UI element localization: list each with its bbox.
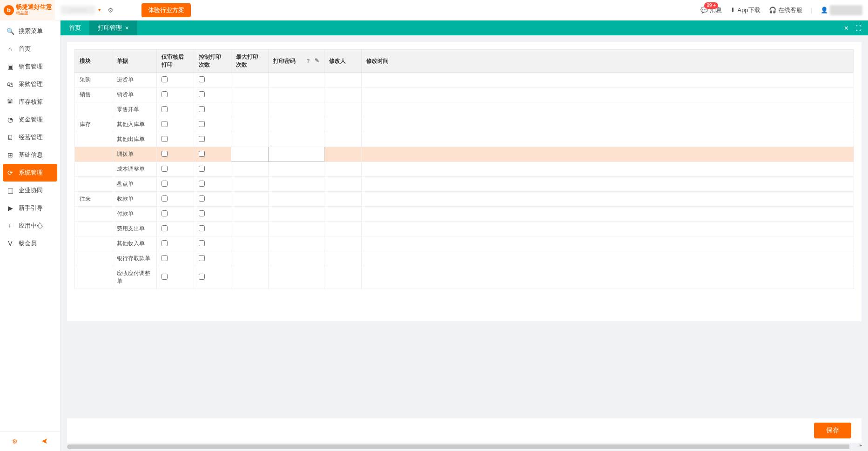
- tab-home[interactable]: 首页: [61, 20, 89, 35]
- save-button[interactable]: 保存: [814, 423, 851, 438]
- basic-info-icon: ⊞: [7, 151, 14, 159]
- audited-checkbox[interactable]: [161, 121, 168, 127]
- table-row[interactable]: 盘点单: [75, 177, 854, 192]
- sidebar-item-search-menu[interactable]: 🔍搜索菜单: [0, 22, 60, 40]
- audited-checkbox[interactable]: [161, 166, 168, 172]
- limit-checkbox[interactable]: [199, 225, 205, 231]
- sidebar-item-inventory[interactable]: 🏛库存核算: [0, 93, 60, 111]
- cell-modtime: [362, 147, 854, 162]
- sidebar-item-enterprise[interactable]: ▥企业协同: [0, 182, 60, 199]
- online-support-label: 在线客服: [778, 6, 802, 14]
- table-row[interactable]: 采购进货单: [75, 73, 854, 88]
- sidebar-item-vip[interactable]: V畅会员: [0, 235, 60, 252]
- audited-checkbox[interactable]: [161, 181, 168, 187]
- table-row[interactable]: 应收应付调整单: [75, 266, 854, 289]
- sidebar-item-operations[interactable]: 🗎经营管理: [0, 128, 60, 146]
- audited-checkbox[interactable]: [161, 274, 168, 280]
- table-row[interactable]: 其他出库单: [75, 132, 854, 147]
- th-audited: 仅审核后打印: [157, 50, 194, 73]
- fullscreen-icon[interactable]: ⛶: [855, 25, 861, 32]
- cell-doc: 费用支出单: [112, 222, 157, 236]
- limit-checkbox[interactable]: [199, 181, 205, 187]
- th-module: 模块: [75, 50, 112, 73]
- close-tab-icon[interactable]: ✕: [125, 25, 129, 31]
- cell-modifier: [324, 102, 362, 117]
- audited-checkbox[interactable]: [161, 91, 168, 97]
- cell-modtime: [362, 177, 854, 192]
- cell-doc: 零售开单: [112, 102, 157, 117]
- cell-max[interactable]: [231, 147, 269, 162]
- edit-column-icon[interactable]: ✎: [315, 57, 319, 65]
- cell-doc: 其他收入单: [112, 236, 157, 251]
- settings-gear-icon[interactable]: ⚙: [12, 438, 18, 445]
- close-all-tabs-icon[interactable]: ✕: [844, 25, 849, 32]
- guide-icon: ▶: [7, 204, 14, 212]
- sidebar-item-sales[interactable]: ▣销售管理: [0, 58, 60, 75]
- gear-icon[interactable]: ⚙: [108, 7, 114, 14]
- table-row[interactable]: 其他收入单: [75, 236, 854, 251]
- sidebar-item-guide[interactable]: ▶新手引导: [0, 199, 60, 217]
- sidebar-item-system[interactable]: ⟳系统管理: [3, 164, 57, 182]
- cell-max: [231, 207, 269, 222]
- cell-limit: [194, 162, 231, 177]
- limit-checkbox[interactable]: [199, 195, 205, 202]
- cell-password[interactable]: [269, 147, 324, 162]
- org-selector[interactable]: ——— ▾ ⚙: [61, 6, 135, 14]
- table-row[interactable]: 销售销货单: [75, 88, 854, 102]
- footer-bar: 保存: [67, 418, 861, 443]
- cell-modifier: [324, 73, 362, 88]
- audited-checkbox[interactable]: [161, 195, 168, 202]
- tab-print[interactable]: 打印管理✕: [89, 20, 137, 35]
- limit-checkbox[interactable]: [199, 91, 205, 97]
- cell-modifier: [324, 222, 362, 236]
- cell-doc: 付款单: [112, 207, 157, 222]
- top-header: b 畅捷通好生意 精品版 ——— ▾ ⚙ 体验行业方案 💬 消息 99 + ⬇ …: [0, 0, 868, 20]
- table-row[interactable]: 费用支出单: [75, 222, 854, 236]
- sidebar-item-funds[interactable]: ◔资金管理: [0, 111, 60, 128]
- app-download-button[interactable]: ⬇ App下载: [730, 6, 760, 14]
- online-support-button[interactable]: 🎧 在线客服: [769, 6, 802, 14]
- audited-checkbox[interactable]: [161, 225, 168, 231]
- home-icon: ⌂: [7, 45, 14, 53]
- limit-checkbox[interactable]: [199, 240, 205, 246]
- audited-checkbox[interactable]: [161, 106, 168, 112]
- limit-checkbox[interactable]: [199, 121, 205, 127]
- audited-checkbox[interactable]: [161, 136, 168, 142]
- audited-checkbox[interactable]: [161, 151, 168, 157]
- cell-password: [269, 102, 324, 117]
- cell-module: [75, 222, 112, 236]
- user-avatar[interactable]: 👤: [821, 5, 862, 15]
- sidebar-item-basic-info[interactable]: ⊞基础信息: [0, 146, 60, 164]
- help-icon[interactable]: ？: [305, 57, 311, 65]
- table-row[interactable]: 成本调整单: [75, 162, 854, 177]
- cell-password: [269, 236, 324, 251]
- table-row[interactable]: 银行存取款单: [75, 251, 854, 266]
- limit-checkbox[interactable]: [199, 210, 205, 216]
- limit-checkbox[interactable]: [199, 166, 205, 172]
- audited-checkbox[interactable]: [161, 76, 168, 82]
- limit-checkbox[interactable]: [199, 76, 205, 82]
- audited-checkbox[interactable]: [161, 240, 168, 246]
- cell-limit: [194, 73, 231, 88]
- industry-plan-button[interactable]: 体验行业方案: [141, 3, 191, 17]
- sidebar-item-purchase[interactable]: 🛍采购管理: [0, 75, 60, 93]
- table-row[interactable]: 零售开单: [75, 102, 854, 117]
- limit-checkbox[interactable]: [199, 151, 205, 157]
- table-row[interactable]: 付款单: [75, 207, 854, 222]
- sidebar-item-home[interactable]: ⌂首页: [0, 40, 60, 58]
- table-row[interactable]: 库存其他入库单: [75, 117, 854, 132]
- limit-checkbox[interactable]: [199, 106, 205, 112]
- audited-checkbox[interactable]: [161, 210, 168, 216]
- limit-checkbox[interactable]: [199, 274, 205, 280]
- collapse-sidebar-icon[interactable]: ⮜: [42, 438, 48, 445]
- audited-checkbox[interactable]: [161, 255, 168, 261]
- horizontal-scrollbar[interactable]: [67, 444, 861, 449]
- table-row[interactable]: 调拨单: [75, 147, 854, 162]
- cell-password: [269, 88, 324, 102]
- limit-checkbox[interactable]: [199, 255, 205, 261]
- sidebar-item-apps[interactable]: ⌗应用中心: [0, 217, 60, 235]
- enterprise-icon: ▥: [7, 187, 14, 194]
- messages-button[interactable]: 💬 消息 99 +: [700, 6, 722, 14]
- table-row[interactable]: 往来收款单: [75, 192, 854, 207]
- limit-checkbox[interactable]: [199, 136, 205, 142]
